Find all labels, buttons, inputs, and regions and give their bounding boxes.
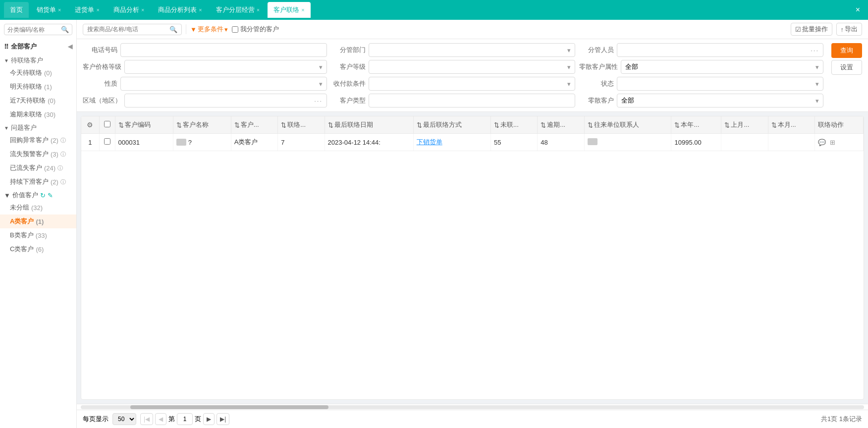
sidebar-item-overdue-contact[interactable]: 逾期未联络(30): [0, 107, 76, 121]
sidebar-item-repurchase-abnormal[interactable]: 回购异常客户(2) ⓘ: [0, 133, 76, 147]
close-customer-contact-tab[interactable]: ×: [301, 7, 304, 13]
value-customer-group[interactable]: ▼ 价值客户 ↻ ✎: [0, 189, 76, 201]
my-customers-checkbox[interactable]: 我分管的客户: [232, 25, 279, 34]
batch-operation-button[interactable]: ☑ 批量操作: [791, 23, 832, 36]
retail-field: 零散客户 全部 ▾: [579, 94, 823, 107]
sidebar-item-churned[interactable]: 已流失客户(24) ⓘ: [0, 161, 76, 175]
close-sales-tab[interactable]: ×: [58, 7, 61, 13]
window-close-button[interactable]: ×: [852, 5, 864, 14]
chat-icon[interactable]: 💬: [818, 139, 826, 146]
close-purchase-tab[interactable]: ×: [96, 7, 99, 13]
nav-product-analysis[interactable]: 商品分析 ×: [108, 2, 150, 18]
close-product-analysis-tab[interactable]: ×: [141, 7, 144, 13]
sidebar-item-declining[interactable]: 持续下滑客户(2) ⓘ: [0, 175, 76, 189]
more-filters-button[interactable]: ▼ 更多条件 ▾: [190, 25, 228, 34]
dept-select[interactable]: ▾: [369, 43, 575, 57]
td-last-month: [721, 134, 768, 151]
phone-input[interactable]: [120, 43, 327, 57]
edit-icon[interactable]: ✎: [48, 192, 53, 199]
first-page-button[interactable]: |◀: [140, 413, 153, 425]
all-customers-header[interactable]: ⠿ 全部客户 ◀: [0, 39, 76, 54]
page-word: 页: [195, 415, 201, 424]
filter-row-4: 区域（地区） ··· 客户类型 零散客户 全部: [83, 94, 823, 107]
dept-field: 分管部门 ▾: [331, 43, 575, 57]
sort-icon9: ⇅: [588, 121, 593, 129]
sidebar-search-box[interactable]: 🔍: [4, 24, 72, 35]
status-field: 状态 ▾: [579, 77, 823, 91]
customer-grade-select[interactable]: ▾: [369, 60, 575, 74]
td-name: ?: [173, 134, 231, 151]
my-customers-check[interactable]: [232, 26, 238, 33]
customer-type-label: 客户类型: [331, 96, 366, 105]
name-char: ?: [188, 139, 192, 146]
nature-field: 性质 ▾: [83, 77, 327, 91]
filter-icon: ▼: [190, 26, 197, 33]
visit-contacts-masked: [588, 138, 597, 145]
customer-type-input[interactable]: [369, 94, 575, 107]
refresh-icon[interactable]: ↻: [40, 192, 46, 199]
nav-home[interactable]: 首页: [4, 2, 29, 18]
next-page-button[interactable]: ▶: [203, 413, 215, 425]
search-icon[interactable]: 🔍: [169, 26, 177, 33]
chevron-down-icon5: ▾: [815, 63, 819, 71]
more-icon: ···: [811, 47, 819, 54]
nav-purchase[interactable]: 进货单 ×: [69, 2, 105, 18]
select-all-checkbox[interactable]: [104, 121, 110, 127]
sidebar-item-c-class[interactable]: C类客户(6): [0, 242, 76, 256]
td-last-method[interactable]: 下销货单: [413, 134, 490, 151]
sidebar-item-b-class[interactable]: B类客户(33): [0, 228, 76, 242]
sidebar-item-tomorrow-contact[interactable]: 明天待联络(1): [0, 80, 76, 94]
search-input[interactable]: [87, 26, 167, 33]
sidebar-item-a-class[interactable]: A类客户(1): [0, 214, 76, 228]
dept-label: 分管部门: [331, 46, 366, 54]
payment-select[interactable]: ▾: [369, 77, 575, 91]
sidebar-item-churn-warning[interactable]: 流失预警客户(3) ⓘ: [0, 147, 76, 161]
retail-attr-label: 零散客户属性: [579, 62, 618, 71]
person-label: 分管人员: [579, 46, 614, 54]
customer-grade-label: 客户等级: [331, 62, 366, 71]
nav-customer-tier[interactable]: 客户分层经营 ×: [210, 2, 266, 18]
nature-select[interactable]: ▾: [120, 77, 327, 91]
gear-icon[interactable]: ⚙: [87, 121, 93, 129]
retail-attr-select[interactable]: 全部 ▾: [621, 60, 823, 74]
chevron-down-icon3: ▾: [319, 63, 323, 71]
nav-customer-contact[interactable]: 客户联络 ×: [268, 2, 310, 18]
chevron-down-icon8: ▾: [815, 80, 819, 88]
query-button[interactable]: 查询: [831, 43, 862, 58]
nav-sales[interactable]: 销货单 ×: [31, 2, 67, 18]
filter-right-actions: ☑ 批量操作 ↑ 导出: [791, 23, 863, 36]
grid-icon: ⠿: [4, 43, 9, 51]
close-product-list-tab[interactable]: ×: [199, 7, 202, 13]
retail-select[interactable]: 全部 ▾: [617, 94, 823, 107]
sidebar-search-icon[interactable]: 🔍: [61, 26, 69, 33]
price-grade-select[interactable]: ▾: [124, 60, 327, 74]
row-checkbox[interactable]: [104, 138, 110, 145]
sidebar-item-today-contact[interactable]: 今天待联络(0): [0, 66, 76, 80]
person-select[interactable]: ···: [617, 43, 823, 57]
last-contact-method-link[interactable]: 下销货单: [417, 138, 442, 146]
horizontal-scrollbar[interactable]: [77, 404, 868, 410]
problem-customer-group[interactable]: ▼ 问题客户: [0, 121, 76, 133]
last-page-button[interactable]: ▶|: [217, 413, 229, 425]
triangle-down-icon3: ▼: [4, 192, 10, 199]
pending-contact-group[interactable]: ▼ 待联络客户: [0, 54, 76, 66]
search-box[interactable]: 🔍: [83, 24, 182, 35]
sidebar-item-7days-contact[interactable]: 近7天待联络(0): [0, 94, 76, 107]
filter-row-3: 性质 ▾ 收付款条件 ▾: [83, 77, 823, 91]
scrollbar-thumb[interactable]: [130, 405, 328, 409]
chevron-down-icon4: ▾: [567, 63, 571, 71]
status-select[interactable]: ▾: [617, 77, 823, 91]
scrollbar-track: [81, 405, 864, 409]
page-size-select[interactable]: 50: [112, 413, 136, 425]
td-uncontacted: 55: [490, 134, 537, 151]
sidebar-search-input[interactable]: [7, 26, 59, 33]
page-number-input[interactable]: [177, 413, 193, 425]
nav-product-list[interactable]: 商品分析列表 ×: [152, 2, 208, 18]
region-select[interactable]: ···: [124, 94, 327, 107]
qr-icon[interactable]: ⊞: [830, 139, 835, 146]
sidebar-item-unclassified[interactable]: 未分组(32): [0, 201, 76, 214]
export-button[interactable]: ↑ 导出: [836, 23, 863, 36]
prev-page-button[interactable]: ◀: [155, 413, 166, 425]
settings-button[interactable]: 设置: [831, 60, 862, 75]
close-customer-tier-tab[interactable]: ×: [257, 7, 260, 13]
